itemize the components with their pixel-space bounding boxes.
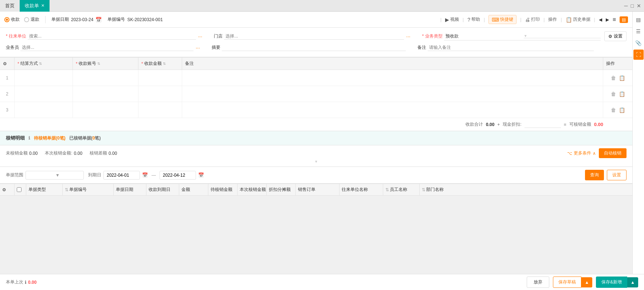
row2-remark[interactable] bbox=[182, 86, 603, 102]
ltcol-current: 本次核销金额 bbox=[237, 184, 267, 195]
radio-receive[interactable]: 收款 bbox=[4, 16, 20, 23]
help-icon: ? bbox=[467, 17, 470, 23]
range-select[interactable]: ▼ bbox=[25, 171, 84, 180]
row1-amount[interactable] bbox=[138, 70, 182, 86]
tab-home[interactable]: 首页 bbox=[0, 0, 20, 12]
row2-actions: 🗑 📋 bbox=[603, 86, 632, 102]
sidebar-list-icon[interactable]: ☰ bbox=[633, 26, 644, 36]
col-action: 操作 bbox=[603, 58, 632, 70]
row3-account[interactable] bbox=[73, 102, 138, 118]
row3-amount[interactable] bbox=[138, 102, 182, 118]
print-btn[interactable]: 🖨 打印 bbox=[525, 16, 540, 23]
history-btn[interactable]: 📋 历史单据 bbox=[566, 16, 590, 23]
tab-close-icon[interactable]: ✕ bbox=[41, 3, 44, 8]
nav-next-icon[interactable]: ▶ bbox=[606, 17, 609, 22]
staff-more-icon[interactable]: ··· bbox=[196, 45, 200, 51]
radio-return[interactable]: 退款 bbox=[24, 16, 39, 23]
auto-verify-btn[interactable]: 自动核销 bbox=[599, 148, 627, 158]
tab-bar: 首页 收款单 ✕ ─ □ ✕ bbox=[0, 0, 644, 12]
print-icon: 🖨 bbox=[525, 17, 530, 23]
row2-copy-icon[interactable]: 📋 bbox=[619, 91, 625, 97]
toolbar: 收款 退款 单据日期 2023-03-24 📅 单据编号 SK-20230324… bbox=[0, 12, 632, 28]
col-account: * 收款账号 ⇅ bbox=[73, 58, 138, 70]
row3-delete-icon[interactable]: 🗑 bbox=[611, 107, 616, 113]
layout-grid-icon[interactable]: ▤ bbox=[620, 16, 628, 23]
layout-list-icon[interactable]: ≡ bbox=[613, 16, 616, 23]
col-settings[interactable]: ⚙ bbox=[0, 58, 15, 70]
counterpart-input[interactable] bbox=[28, 33, 196, 40]
keyboard-icon: ⌨ bbox=[492, 17, 499, 23]
operation-btn[interactable]: 操作 bbox=[548, 16, 557, 23]
select-all-checkbox[interactable] bbox=[17, 187, 21, 192]
date-to-input[interactable] bbox=[160, 171, 196, 180]
filter-right: 查询 设置 bbox=[585, 170, 627, 180]
minimize-icon[interactable]: ─ bbox=[624, 3, 628, 9]
video-btn[interactable]: ▶ 视频 bbox=[445, 16, 459, 23]
sort-icon-staff: ⇅ bbox=[385, 187, 389, 192]
toolbar-divider-1 bbox=[45, 16, 46, 23]
row1-copy-icon[interactable]: 📋 bbox=[619, 75, 625, 81]
abstract-input[interactable] bbox=[222, 44, 406, 51]
discount-input[interactable] bbox=[525, 121, 561, 128]
sort-icon-payment[interactable]: ⇅ bbox=[39, 62, 42, 66]
main-content: 收款 退款 单据日期 2023-03-24 📅 单据编号 SK-20230324… bbox=[0, 12, 632, 274]
sidebar-table-icon[interactable]: ▤ bbox=[633, 15, 644, 25]
tab-receipt[interactable]: 收款单 ✕ bbox=[20, 0, 50, 12]
filter-row: 单据范围 ▼ 到期日 📅 — 📅 查询 设置 bbox=[0, 167, 632, 184]
verif-right: ⌥ 更多条件 ∧ 自动核销 bbox=[567, 148, 627, 158]
nav-prev-icon[interactable]: ◀ bbox=[599, 17, 602, 22]
row3-copy-icon[interactable]: 📋 bbox=[619, 107, 625, 113]
row1-payment[interactable] bbox=[15, 70, 73, 86]
counterpart-field: * 往来单位 ··· bbox=[6, 33, 202, 40]
query-btn[interactable]: 查询 bbox=[585, 170, 604, 180]
calendar-icon[interactable]: 📅 bbox=[95, 17, 102, 23]
row3-payment[interactable] bbox=[15, 102, 73, 118]
biz-type-select[interactable]: 预收款 ▼ bbox=[444, 32, 601, 40]
expand-arrow: ▼ bbox=[6, 158, 627, 164]
maximize-icon[interactable]: □ bbox=[631, 3, 634, 9]
abstract-field: 摘要 bbox=[212, 44, 406, 51]
ltcol-doc-date: 单据日期 bbox=[114, 184, 146, 195]
row2-payment[interactable] bbox=[15, 86, 73, 102]
row3-remark[interactable] bbox=[182, 102, 603, 118]
sidebar-attach-icon[interactable]: 📎 bbox=[633, 38, 644, 48]
form-settings-btn[interactable]: ⚙ 设置 bbox=[604, 31, 627, 41]
sidebar-screen-icon[interactable]: ⛶ bbox=[633, 50, 644, 60]
staff-field: 业务员 ··· bbox=[6, 44, 200, 51]
more-conditions-btn[interactable]: ⌥ 更多条件 ∧ bbox=[567, 150, 596, 156]
table-row: 3 🗑 📋 bbox=[0, 102, 632, 118]
row2-account[interactable] bbox=[73, 86, 138, 102]
done-tab[interactable]: 已核销单据(0笔) bbox=[69, 135, 101, 141]
verif-stats-area: 未核销金额 0.00 本次核销金额: 0.00 核销差额 0.00 ⌥ 更多条件… bbox=[0, 145, 632, 167]
remark-input[interactable] bbox=[428, 44, 594, 51]
store-input[interactable] bbox=[224, 33, 404, 40]
row1-remark[interactable] bbox=[182, 70, 603, 86]
ltcol-doc-no: ⇅单据编号 bbox=[63, 184, 114, 195]
sort-icon-amount[interactable]: ⇅ bbox=[163, 62, 166, 66]
date-from-input[interactable] bbox=[103, 171, 140, 180]
sort-icon-account[interactable]: ⇅ bbox=[97, 62, 100, 66]
close-icon[interactable]: ✕ bbox=[637, 3, 641, 9]
row2-delete-icon[interactable]: 🗑 bbox=[611, 91, 616, 97]
counterpart-more-icon[interactable]: ··· bbox=[198, 34, 203, 39]
ltcol-checkbox[interactable] bbox=[15, 184, 26, 195]
row1-delete-icon[interactable]: 🗑 bbox=[611, 75, 616, 81]
lower-settings-btn[interactable]: 设置 bbox=[607, 170, 627, 180]
shortcut-btn[interactable]: ⌨ 快捷键 bbox=[488, 15, 517, 24]
ltcol-settings[interactable]: ⚙ bbox=[0, 184, 15, 195]
row2-amount[interactable] bbox=[138, 86, 182, 102]
tab-bar-controls: ─ □ ✕ bbox=[624, 3, 644, 9]
unchecked-stat: 未核销金额 0.00 bbox=[6, 150, 38, 156]
pending-tab[interactable]: 待核销单据(0笔) bbox=[34, 135, 66, 141]
row1-account[interactable] bbox=[73, 70, 138, 86]
staff-input[interactable] bbox=[20, 44, 193, 51]
settings-gear-icon: ⚙ bbox=[608, 34, 612, 39]
verification-title: 核销明细 ℹ 待核销单据(0笔) 已核销单据(0笔) bbox=[0, 131, 632, 145]
biz-type-field: * 业务类型 预收款 ▼ bbox=[422, 32, 601, 40]
store-more-icon[interactable]: ··· bbox=[406, 34, 411, 39]
date-to-calendar-icon[interactable]: 📅 bbox=[198, 172, 204, 178]
date-from-calendar-icon[interactable]: 📅 bbox=[142, 172, 148, 178]
ltcol-amount: 金额 bbox=[179, 184, 208, 195]
radio-receive-dot bbox=[4, 17, 9, 22]
help-btn[interactable]: ? 帮助 bbox=[467, 16, 480, 23]
